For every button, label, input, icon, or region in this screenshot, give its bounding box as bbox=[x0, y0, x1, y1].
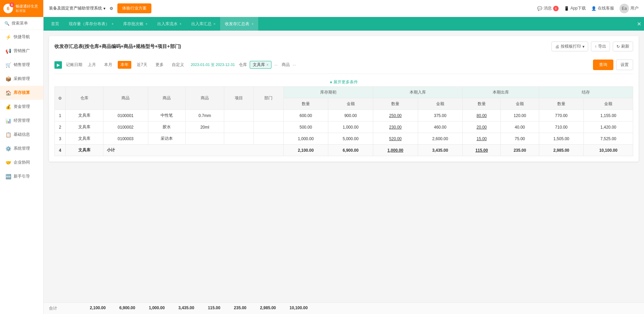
cell-seq: 2 bbox=[55, 121, 66, 133]
subtotal-in-amt: 3,435.00 bbox=[418, 145, 463, 156]
sidebar-item-inventory[interactable]: 🏠 库存核算 bbox=[0, 86, 43, 100]
warehouse-tag-text: 文具库 bbox=[253, 62, 265, 68]
tab-close-icon[interactable]: × bbox=[146, 22, 148, 26]
sidebar-item-system[interactable]: ⚙️ 系统管理 bbox=[0, 142, 43, 155]
date-btn-this-month[interactable]: 本月 bbox=[101, 61, 115, 69]
system-name: 装备及固定资产辅助管理系统 bbox=[49, 5, 102, 11]
tab-close-icon[interactable]: × bbox=[214, 22, 216, 26]
message-item[interactable]: 💬 消息 6 bbox=[537, 5, 559, 11]
cell-in-qty[interactable]: 520.00 bbox=[373, 133, 418, 145]
subtotal-label: 小计 bbox=[103, 145, 283, 156]
subtotal-seq: 4 bbox=[55, 145, 66, 156]
tab-inout-flow[interactable]: 出入库流水 × bbox=[152, 17, 186, 31]
warehouse-tag[interactable]: 文具库 × bbox=[250, 61, 271, 69]
close-all-icon[interactable]: ✕ bbox=[637, 21, 641, 27]
sidebar-item-label: 企业协同 bbox=[14, 160, 30, 165]
app-download-item[interactable]: 📱 App下载 bbox=[564, 5, 586, 11]
col-open-qty-header: 数量 bbox=[283, 98, 328, 110]
main-content: 收发存汇总表(按仓库+商品编码+商品+规格型号+项目+部门) 🖨 按模板打印 ▾… bbox=[44, 31, 644, 314]
date-btn-last-month[interactable]: 上月 bbox=[85, 61, 99, 69]
cell-goods-name: 中性笔 bbox=[148, 110, 186, 121]
system-dropdown[interactable]: 装备及固定资产辅助管理系统 ▾ bbox=[49, 5, 105, 11]
setting-button[interactable]: 设置 bbox=[616, 60, 633, 70]
tab-close-icon[interactable]: × bbox=[251, 22, 253, 26]
sidebar-item-quicknav[interactable]: ⚡ 快捷导航 bbox=[0, 30, 43, 44]
date-btn-this-year[interactable]: 本年 bbox=[118, 61, 131, 69]
col-in-qty-header: 数量 bbox=[373, 98, 418, 110]
cell-out-qty[interactable]: 20.00 bbox=[463, 121, 501, 133]
cell-out-qty[interactable]: 15.00 bbox=[463, 133, 501, 145]
footer-out-amt: 235.00 bbox=[234, 305, 247, 310]
subtotal-out-qty[interactable]: 115.00 bbox=[463, 145, 501, 156]
inventory-icon: 🏠 bbox=[5, 90, 11, 96]
warehouse-more-btn[interactable]: ··· bbox=[274, 63, 278, 67]
subtotal-close-amt: 10,100.00 bbox=[584, 145, 633, 156]
export-button[interactable]: ↑ 导出 bbox=[591, 42, 610, 51]
sidebar-item-marketing[interactable]: 📢 营销推广 bbox=[0, 44, 43, 58]
filter-expand-arrow[interactable]: ▶ bbox=[54, 61, 62, 69]
expand-more-btn[interactable]: ▾ 展开更多条件 bbox=[54, 78, 633, 86]
query-button[interactable]: 查询 bbox=[593, 60, 613, 70]
tab-close-icon[interactable]: × bbox=[112, 22, 114, 26]
col-project-header: 项目 bbox=[224, 87, 254, 110]
date-btn-7days[interactable]: 近7天 bbox=[134, 61, 150, 69]
sidebar-item-label: 库存核算 bbox=[14, 90, 30, 96]
sidebar-item-finance[interactable]: 💰 资金管理 bbox=[0, 100, 43, 114]
goods-more-btn[interactable]: ··· bbox=[293, 63, 296, 67]
sidebar-item-guide[interactable]: 🆕 新手引导 bbox=[0, 169, 43, 183]
refresh-button[interactable]: ↻ 刷新 bbox=[613, 42, 633, 51]
cell-open-amt: 900.00 bbox=[328, 110, 373, 121]
date-btn-custom[interactable]: 自定义 bbox=[169, 61, 187, 69]
tab-label: 出入库汇总 bbox=[191, 21, 212, 27]
cell-open-amt: 5,000.00 bbox=[328, 133, 373, 145]
tab-close-icon[interactable]: × bbox=[180, 22, 182, 26]
sidebar-item-label: 快捷导航 bbox=[14, 34, 30, 40]
sidebar-item-enterprise[interactable]: 🤝 企业协同 bbox=[0, 155, 43, 169]
filter-right-actions: 查询 设置 bbox=[593, 60, 633, 70]
data-table: ⚙ 仓库 商品 商品 商品 项目 部门 库存期初 本期入库 本期出库 结存 数量… bbox=[54, 86, 633, 156]
sidebar-item-sales[interactable]: 🛒 销售管理 bbox=[0, 58, 43, 72]
cell-open-qty: 1,000.00 bbox=[283, 133, 328, 145]
goods-filter-section: 商品 ··· bbox=[282, 62, 296, 68]
goods-filter-label: 商品 bbox=[282, 62, 290, 68]
cell-open-qty: 600.00 bbox=[283, 110, 328, 121]
sidebar-item-label: 基础信息 bbox=[14, 132, 30, 137]
sidebar-item-basic[interactable]: 📋 基础信息 bbox=[0, 128, 43, 142]
page-panel: 收发存汇总表(按仓库+商品编码+商品+规格型号+项目+部门) 🖨 按模板打印 ▾… bbox=[49, 36, 639, 162]
search-menu-item[interactable]: 🔍 搜索菜单 bbox=[0, 17, 43, 30]
cell-project bbox=[224, 121, 254, 133]
subtotal-in-qty[interactable]: 1,000.00 bbox=[373, 145, 418, 156]
subtotal-out-amt: 235.00 bbox=[501, 145, 539, 156]
trial-button[interactable]: 体验行业方案 bbox=[117, 3, 151, 13]
cell-in-qty[interactable]: 230.00 bbox=[373, 121, 418, 133]
page-actions: 🖨 按模板打印 ▾ ↑ 导出 ↻ 刷新 bbox=[551, 42, 633, 51]
date-btn-more[interactable]: 更多 bbox=[153, 61, 166, 69]
cell-goods-name: 胶水 bbox=[148, 121, 186, 133]
col-out-header: 本期出库 bbox=[463, 87, 539, 98]
user-item[interactable]: Ea 用户 bbox=[620, 4, 639, 13]
page-title: 收发存汇总表(按仓库+商品编码+商品+规格型号+项目+部门) bbox=[54, 44, 181, 50]
cell-in-amt: 460.00 bbox=[418, 121, 463, 133]
tab-inventory-dist[interactable]: 现存量（库存分布表） × bbox=[64, 17, 118, 31]
table-row: 3 文具库 0100003 采访本 1,000.00 5,000.00 520.… bbox=[55, 133, 633, 145]
tab-home[interactable]: 首页 bbox=[46, 17, 64, 31]
cell-in-qty[interactable]: 250.00 bbox=[373, 110, 418, 121]
user-label: 用户 bbox=[630, 5, 639, 11]
print-button[interactable]: 🖨 按模板打印 ▾ bbox=[551, 42, 588, 51]
online-service-item[interactable]: 👤 在线客服 bbox=[591, 5, 614, 11]
cell-warehouse: 文具库 bbox=[66, 133, 103, 145]
gear-icon[interactable]: ⚙ bbox=[110, 6, 113, 11]
sidebar-item-purchase[interactable]: 📦 采购管理 bbox=[0, 72, 43, 86]
subtotal-open-amt: 6,900.00 bbox=[328, 145, 373, 156]
warehouse-tag-close[interactable]: × bbox=[266, 63, 268, 67]
quicknav-icon: ⚡ bbox=[5, 34, 11, 40]
footer-close-qty: 2,985.00 bbox=[260, 305, 276, 310]
cell-out-qty[interactable]: 80.00 bbox=[463, 110, 501, 121]
cell-goods-spec bbox=[186, 133, 224, 145]
app-subtitle: 标准版 bbox=[16, 9, 38, 13]
tab-batch-account[interactable]: 库存批次账 × bbox=[118, 17, 152, 31]
cell-close-amt: 1,420.00 bbox=[584, 121, 633, 133]
tab-inout-summary[interactable]: 出入库汇总 × bbox=[186, 17, 220, 31]
sidebar-item-operations[interactable]: 📊 经营管理 bbox=[0, 114, 43, 128]
tab-receipt-summary[interactable]: 收发存汇总表 × bbox=[220, 17, 258, 31]
